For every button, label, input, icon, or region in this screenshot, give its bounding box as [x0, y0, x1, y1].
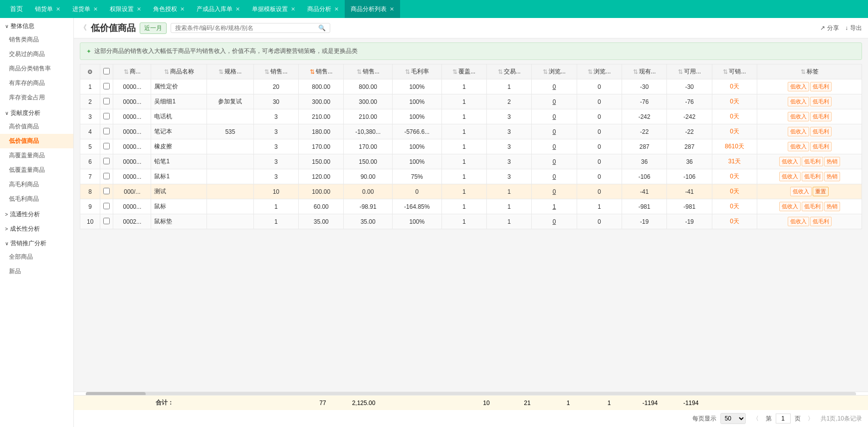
- row-view1[interactable]: 0: [532, 79, 577, 94]
- view1-link[interactable]: 0: [553, 188, 556, 195]
- close-icon[interactable]: ✕: [137, 6, 141, 12]
- row-checkbox[interactable]: [103, 188, 110, 194]
- table-wrapper[interactable]: ⚙ ⇅ 商... ⇅ 商品名称: [74, 64, 868, 392]
- col-margin-header[interactable]: ⇅ 毛利率: [392, 64, 441, 79]
- row-checkbox-cell[interactable]: [100, 94, 113, 109]
- next-page-button[interactable]: 〉: [805, 414, 817, 424]
- row-checkbox[interactable]: [103, 128, 110, 134]
- col-settings[interactable]: ⚙: [80, 64, 100, 79]
- col-spec-header[interactable]: ⇅ 规格...: [207, 64, 253, 79]
- col-cover-header[interactable]: ⇅ 覆盖...: [441, 64, 486, 79]
- row-checkbox[interactable]: [103, 203, 110, 209]
- export-button[interactable]: ↓ 导出: [845, 24, 862, 32]
- nav-template-settings[interactable]: 单据模板设置✕: [246, 0, 301, 18]
- col-name-header[interactable]: ⇅ 商品名称: [151, 64, 207, 79]
- col-s1-header[interactable]: ⇅ 销售...: [253, 64, 298, 79]
- row-checkbox-cell[interactable]: [100, 79, 113, 94]
- sidebar-item-all-products[interactable]: 全部商品: [0, 250, 73, 264]
- col-s2-header[interactable]: ⇅ 销售...: [299, 64, 344, 79]
- sidebar-group-overall[interactable]: ∨ 整体信息: [0, 18, 73, 32]
- row-checkbox[interactable]: [103, 83, 110, 89]
- nav-product-analysis-list[interactable]: 商品分析列表✕: [345, 0, 400, 18]
- row-view1[interactable]: 0: [532, 184, 577, 199]
- table-row[interactable]: 5 0000... 橡皮擦 3 170.00 170.00 100% 1 3 0…: [80, 139, 862, 154]
- view1-link[interactable]: 0: [553, 98, 556, 105]
- row-view1[interactable]: 0: [532, 124, 577, 139]
- table-row[interactable]: 3 0000... 电话机 3 210.00 210.00 100% 1 3 0…: [80, 109, 862, 124]
- row-checkbox-cell[interactable]: [100, 169, 113, 184]
- close-icon[interactable]: ✕: [56, 6, 60, 12]
- nav-sales-order[interactable]: 销货单✕: [29, 0, 66, 18]
- col-code-header[interactable]: ⇅ 商...: [113, 64, 151, 79]
- view1-link[interactable]: 0: [553, 173, 556, 180]
- close-icon[interactable]: ✕: [291, 6, 295, 12]
- table-row[interactable]: 4 0000... 笔记本 535 3 180.00 -10,380... -5…: [80, 124, 862, 139]
- select-all-checkbox[interactable]: [103, 68, 110, 74]
- search-input[interactable]: [175, 24, 316, 31]
- col-view2-header[interactable]: ⇅ 浏览...: [577, 64, 622, 79]
- table-row[interactable]: 2 0000... 吴细细1 参加复试 30 300.00 300.00 100…: [80, 94, 862, 109]
- sidebar-item-sales-products[interactable]: 销售类商品: [0, 32, 73, 47]
- col-trade-header[interactable]: ⇅ 交易...: [486, 64, 531, 79]
- sidebar-item-high-value[interactable]: 高价值商品: [0, 119, 73, 134]
- nav-product-stock[interactable]: 产成品入库单✕: [191, 0, 246, 18]
- sidebar-item-high-margin[interactable]: 高毛利商品: [0, 177, 73, 192]
- col-stock1-header[interactable]: ⇅ 现有...: [622, 64, 667, 79]
- close-icon[interactable]: ✕: [235, 6, 240, 12]
- row-checkbox[interactable]: [103, 158, 110, 164]
- row-view1[interactable]: 0: [532, 169, 577, 184]
- filter-recent-month-button[interactable]: 近一月: [140, 22, 167, 34]
- page-number-input[interactable]: [776, 414, 791, 424]
- nav-role-auth[interactable]: 角色授权✕: [147, 0, 191, 18]
- view1-link[interactable]: 1: [553, 203, 556, 210]
- view1-link[interactable]: 0: [553, 128, 556, 135]
- sidebar-item-high-coverage[interactable]: 高覆盖量商品: [0, 148, 73, 163]
- search-icon[interactable]: 🔍: [318, 24, 326, 31]
- row-checkbox[interactable]: [103, 113, 110, 119]
- sidebar-item-category-sales-rate[interactable]: 商品分类销售率: [0, 61, 73, 76]
- sidebar-item-low-margin[interactable]: 低毛利商品: [0, 192, 73, 206]
- table-row[interactable]: 6 0000... 铅笔1 3 150.00 150.00 100% 1 3 0…: [80, 154, 862, 169]
- share-button[interactable]: ↗ 分享: [820, 24, 839, 32]
- view1-link[interactable]: 0: [553, 143, 556, 150]
- sidebar-item-stock-products[interactable]: 有库存的商品: [0, 76, 73, 90]
- row-view1[interactable]: 0: [532, 214, 577, 229]
- sidebar-item-stock-capital[interactable]: 库存资金占用: [0, 90, 73, 105]
- table-row[interactable]: 7 0000... 鼠标1 3 120.00 90.00 75% 1 3 0 0…: [80, 169, 862, 184]
- per-page-select[interactable]: 50 100 200: [720, 413, 746, 424]
- row-view1[interactable]: 0: [532, 94, 577, 109]
- table-row[interactable]: 8 000/... 测试 10 100.00 0.00 0 1 1 0 0 -4…: [80, 184, 862, 199]
- nav-product-analysis[interactable]: 商品分析✕: [301, 0, 345, 18]
- row-checkbox[interactable]: [103, 218, 110, 224]
- close-icon[interactable]: ✕: [390, 6, 394, 12]
- row-view1[interactable]: 0: [532, 109, 577, 124]
- table-row[interactable]: 9 0000... 鼠标 1 60.00 -98.91 -164.85% 1 1…: [80, 199, 862, 214]
- collapse-button[interactable]: 《: [80, 23, 87, 32]
- col-days-header[interactable]: ⇅ 可销...: [712, 64, 757, 79]
- row-view1[interactable]: 1: [532, 199, 577, 214]
- row-checkbox[interactable]: [103, 173, 110, 179]
- row-checkbox-cell[interactable]: [100, 199, 113, 214]
- nav-home[interactable]: 首页: [4, 0, 29, 18]
- col-view1-header[interactable]: ⇅ 浏览...: [532, 64, 577, 79]
- sidebar-group-growth[interactable]: > 成长性分析: [0, 221, 73, 235]
- sidebar-group-contribution[interactable]: ∨ 贡献度分析: [0, 105, 73, 119]
- row-checkbox-cell[interactable]: [100, 214, 113, 229]
- table-row[interactable]: 10 0002... 鼠标垫 1 35.00 35.00 100% 1 1 0 …: [80, 214, 862, 229]
- nav-purchase-order[interactable]: 进货单✕: [66, 0, 104, 18]
- row-checkbox[interactable]: [103, 143, 110, 149]
- prev-page-button[interactable]: 〈: [750, 414, 762, 424]
- sidebar-item-new-products[interactable]: 新品: [0, 264, 73, 279]
- close-icon[interactable]: ✕: [180, 6, 185, 12]
- sidebar-group-liquidity[interactable]: > 流通性分析: [0, 206, 73, 221]
- sidebar-item-low-value[interactable]: 低价值商品: [0, 134, 73, 148]
- row-checkbox-cell[interactable]: [100, 124, 113, 139]
- col-checkbox-all[interactable]: [100, 64, 113, 79]
- nav-permissions[interactable]: 权限设置✕: [104, 0, 147, 18]
- row-checkbox-cell[interactable]: [100, 109, 113, 124]
- view1-link[interactable]: 0: [553, 218, 556, 225]
- row-view1[interactable]: 0: [532, 139, 577, 154]
- col-tags-header[interactable]: ⇅ 标签: [757, 64, 862, 79]
- close-icon[interactable]: ✕: [334, 6, 339, 12]
- sidebar-group-marketing[interactable]: ∨ 营销推广分析: [0, 235, 73, 250]
